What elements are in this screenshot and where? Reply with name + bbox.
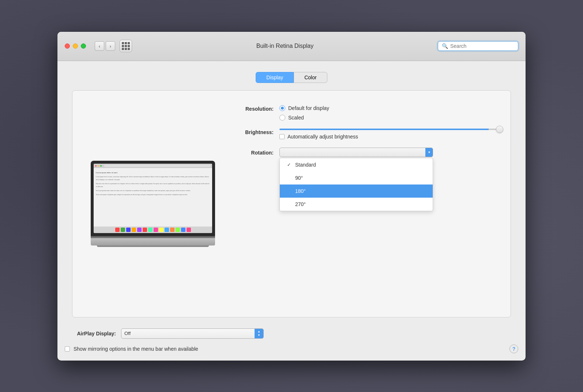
back-icon: ‹ (99, 43, 100, 49)
resolution-label: Resolution: (237, 105, 274, 112)
dropdown-arrow-icon: ▾ (425, 148, 433, 157)
auto-brightness-checkbox[interactable] (279, 134, 285, 139)
brightness-label: Brightness: (237, 129, 274, 135)
close-button[interactable] (65, 43, 70, 49)
mirroring-row: Show mirroring options in the menu bar w… (65, 345, 518, 353)
standard-checkmark: ✓ (287, 162, 292, 167)
display-settings-panel: Lorem ipsum dolor sit amet Lorem ipsum d… (72, 90, 511, 317)
airplay-row: AirPlay Display: Off ▲ ▼ (65, 328, 518, 339)
tab-display[interactable]: Display (256, 72, 294, 83)
brightness-slider-thumb[interactable] (496, 126, 503, 133)
resolution-radio-group: Default for display Scaled (279, 105, 329, 121)
rotation-180-label: 180° (295, 188, 306, 194)
brightness-row: Brightness: Automatically adjust brightn… (237, 129, 500, 140)
rotation-180-option[interactable]: 180° (280, 184, 433, 198)
traffic-lights (65, 43, 86, 49)
display-controls: Resolution: Default for display Scaled (237, 102, 500, 306)
rotation-270-option[interactable]: 270° (280, 198, 433, 211)
maximize-button[interactable] (81, 43, 86, 49)
window-title: Built-in Retina Display (136, 43, 433, 49)
rotation-dropdown-wrapper: ▾ ✓ Standard 90° (279, 148, 433, 157)
rotation-dropdown[interactable]: ▾ (279, 148, 433, 157)
forward-button[interactable]: › (106, 41, 115, 51)
tab-color[interactable]: Color (294, 72, 327, 83)
resolution-scaled-option[interactable]: Scaled (279, 115, 329, 121)
mirroring-checkbox[interactable] (65, 346, 70, 351)
minimize-button[interactable] (73, 43, 78, 49)
airplay-value: Off (124, 331, 255, 336)
rotation-standard-label: Standard (295, 162, 316, 168)
brightness-slider-track (279, 129, 500, 130)
back-button[interactable]: ‹ (95, 41, 104, 51)
search-input[interactable] (450, 43, 514, 49)
auto-brightness-row: Automatically adjust brightness (279, 134, 500, 140)
rotation-label: Rotation: (237, 149, 274, 156)
content-area: Display Color (57, 61, 526, 328)
search-box[interactable]: 🔍 (438, 41, 518, 51)
mirroring-label: Show mirroring options in the menu bar w… (74, 346, 198, 352)
radio-checked-indicator (281, 107, 284, 110)
airplay-label: AirPlay Display: (65, 331, 116, 336)
system-preferences-window: ‹ › Built-in Retina Display 🔍 Display Co… (57, 32, 526, 361)
rotation-row: Rotation: ▾ ✓ Standard (237, 148, 500, 157)
resolution-row: Resolution: Default for display Scaled (237, 105, 500, 121)
rotation-270-label: 270° (295, 201, 306, 207)
laptop: Lorem ipsum dolor sit amet Lorem ipsum d… (91, 161, 215, 247)
nav-buttons: ‹ › (95, 41, 115, 51)
rotation-dropdown-menu: ✓ Standard 90° 180° (279, 158, 433, 211)
grid-icon (122, 42, 130, 50)
titlebar: ‹ › Built-in Retina Display 🔍 (57, 32, 526, 61)
rotation-90-label: 90° (295, 175, 303, 181)
airplay-dropdown-icon: ▲ ▼ (255, 329, 263, 338)
rotation-standard-option[interactable]: ✓ Standard (280, 158, 433, 171)
search-icon: 🔍 (442, 43, 448, 49)
bottom-section: AirPlay Display: Off ▲ ▼ Show mirroring … (57, 328, 526, 361)
resolution-scaled-label: Scaled (288, 115, 304, 121)
forward-icon: › (110, 43, 111, 49)
resolution-scaled-radio[interactable] (279, 115, 285, 121)
airplay-select[interactable]: Off ▲ ▼ (121, 328, 264, 339)
help-button[interactable]: ? (509, 345, 518, 353)
resolution-default-radio[interactable] (279, 105, 285, 111)
auto-brightness-label: Automatically adjust brightness (287, 134, 358, 140)
laptop-illustration: Lorem ipsum dolor sit amet Lorem ipsum d… (83, 102, 222, 306)
tab-bar: Display Color (72, 72, 511, 83)
resolution-default-option[interactable]: Default for display (279, 105, 329, 111)
all-preferences-button[interactable] (120, 40, 132, 52)
rotation-90-option[interactable]: 90° (280, 171, 433, 184)
brightness-slider-container (279, 129, 500, 130)
resolution-default-label: Default for display (288, 105, 329, 111)
